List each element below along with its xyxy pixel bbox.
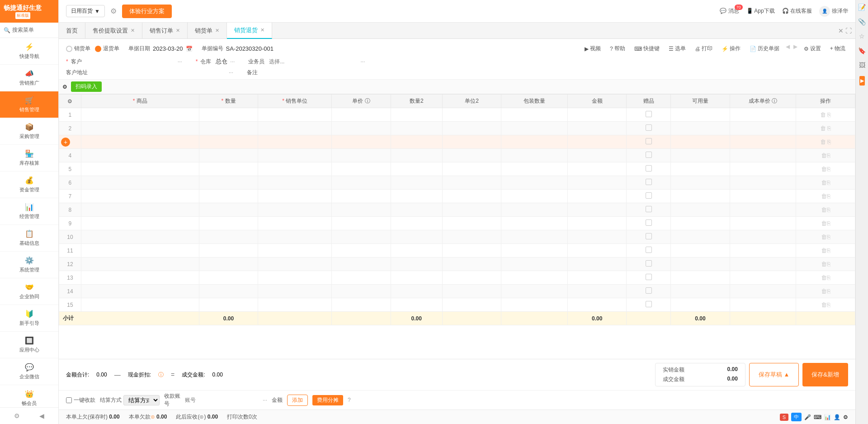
keyboard-icon2[interactable]: ⌨: [814, 414, 821, 420]
add-row-button[interactable]: +: [61, 138, 70, 147]
warehouse-value[interactable]: 总仓: [216, 57, 227, 66]
row-1-available[interactable]: [671, 108, 730, 122]
staff-picker-icon[interactable]: ···: [360, 58, 365, 65]
video-btn[interactable]: ▶ 视频: [582, 43, 604, 54]
row-3-unit-price[interactable]: [332, 135, 391, 149]
table-icon[interactable]: 📊: [824, 414, 831, 420]
rs-star-icon[interactable]: ☆: [859, 33, 865, 40]
column-settings-icon[interactable]: ⚙: [62, 84, 67, 90]
calendar-icon[interactable]: 📅: [186, 46, 193, 52]
delete-icon[interactable]: 🗑: [821, 206, 827, 213]
delete-icon[interactable]: 🗑: [821, 152, 827, 159]
rs-orange-icon[interactable]: ▶: [859, 76, 865, 86]
row-3-unit2[interactable]: [442, 135, 501, 149]
row-2-pack-qty[interactable]: [501, 122, 568, 135]
row-3-pack-qty[interactable]: [501, 135, 568, 149]
row-2-product[interactable]: [81, 122, 199, 135]
tab-sales-delivery-close[interactable]: ✕: [215, 28, 219, 33]
doc-debt-info[interactable]: ⊙: [151, 414, 155, 420]
copy-icon[interactable]: ⎘: [827, 193, 830, 200]
fee-help-icon[interactable]: ?: [348, 397, 351, 403]
row-1-pack-qty[interactable]: [501, 108, 568, 122]
delete-row-2-icon[interactable]: 🗑: [820, 125, 826, 132]
tab-sales-order[interactable]: 销售订单 ✕: [142, 23, 188, 39]
row-3-gift[interactable]: [627, 135, 671, 149]
copy-icon[interactable]: ⎘: [827, 166, 830, 172]
delete-icon[interactable]: 🗑: [821, 166, 827, 172]
delete-icon[interactable]: 🗑: [821, 274, 827, 281]
row-2-amount[interactable]: [568, 122, 627, 135]
add-payment-button[interactable]: 添加: [287, 395, 308, 406]
copy-icon[interactable]: ⎘: [827, 247, 830, 254]
rs-bookmark-icon[interactable]: 🔖: [858, 47, 866, 54]
cash-discount-info-icon[interactable]: ⓘ: [158, 371, 164, 379]
copy-icon[interactable]: ⎘: [827, 152, 830, 159]
copy-icon[interactable]: ⎘: [827, 301, 830, 308]
tab-sales-return-close[interactable]: ✕: [260, 27, 264, 33]
select-btn[interactable]: ☰ 选单: [666, 43, 689, 54]
copy-icon[interactable]: ⎘: [827, 179, 830, 186]
user-menu[interactable]: 👤 徐泽华: [819, 6, 848, 17]
industry-select[interactable]: 日用百货 ▼: [66, 5, 105, 17]
copy-icon[interactable]: ⎘: [827, 220, 830, 227]
search-menu[interactable]: 🔍 搜索菜单: [0, 23, 58, 38]
tab-sales-order-close[interactable]: ✕: [176, 28, 180, 33]
radio-sales[interactable]: 销货单: [66, 45, 90, 52]
account-dots-icon[interactable]: ···: [263, 397, 267, 403]
tab-price-setting[interactable]: 售价提取设置 ✕: [85, 23, 142, 39]
delete-row-3-icon[interactable]: 🗑: [820, 138, 826, 145]
copy-row-3-icon[interactable]: ⎘: [827, 138, 831, 145]
date-value[interactable]: 2023-03-20: [153, 45, 183, 52]
copy-icon[interactable]: ⎘: [827, 206, 830, 213]
col-settings[interactable]: ⚙: [59, 95, 81, 108]
row-3-product[interactable]: [81, 135, 199, 149]
tabs-close-all-icon[interactable]: ✕: [838, 27, 844, 34]
settings-icon[interactable]: ⚙: [14, 412, 20, 419]
online-service-button[interactable]: 🎧 在线客服: [782, 7, 812, 15]
row-1-qty[interactable]: [199, 108, 258, 122]
settings-icon2[interactable]: ⚙: [843, 414, 848, 420]
row-1-unit2[interactable]: [442, 108, 501, 122]
rs-notes-icon[interactable]: 📝: [858, 4, 866, 11]
row-1-product[interactable]: [81, 108, 199, 122]
one-key-payment-check[interactable]: 一键收款: [66, 396, 95, 404]
address-input[interactable]: [90, 68, 226, 76]
sidebar-item-shortcut[interactable]: ⚡ 快捷导航: [0, 38, 58, 65]
topbar-gear-icon[interactable]: ⚙: [110, 7, 117, 15]
gift-checkbox-2[interactable]: [646, 124, 652, 131]
sidebar-item-purchase[interactable]: 📦 采购管理: [0, 118, 58, 145]
sidebar-item-basic[interactable]: 📋 基础信息: [0, 225, 58, 252]
logistics-btn[interactable]: + 物流: [827, 43, 848, 54]
delete-icon[interactable]: 🗑: [821, 193, 827, 200]
sidebar-item-guide[interactable]: 🔰 新手引导: [0, 305, 58, 332]
try-industry-button[interactable]: 体验行业方案: [122, 5, 172, 18]
copy-row-2-icon[interactable]: ⎘: [827, 125, 831, 132]
save-new-button[interactable]: 保存&新增: [802, 363, 848, 386]
delete-icon[interactable]: 🗑: [821, 261, 827, 267]
rs-image-icon[interactable]: 🖼: [859, 62, 865, 69]
row-2-qty2[interactable]: [391, 122, 442, 135]
copy-row-1-icon[interactable]: ⎘: [827, 111, 831, 118]
app-download-button[interactable]: 📱 App下载: [746, 7, 775, 15]
delete-icon[interactable]: 🗑: [821, 247, 827, 254]
sidebar-item-system[interactable]: ⚙️ 系统管理: [0, 252, 58, 278]
row-1-unit-price[interactable]: [332, 108, 391, 122]
fee-split-button[interactable]: 费用分摊: [312, 395, 343, 405]
add-row-cell[interactable]: +: [59, 135, 81, 149]
row-1-qty2[interactable]: [391, 108, 442, 122]
row-1-sales-unit[interactable]: [258, 108, 332, 122]
customer-input[interactable]: [85, 57, 175, 66]
save-draft-button[interactable]: 保存草稿 ▲: [749, 363, 799, 386]
sidebar-item-member[interactable]: 👑 畅会员: [0, 385, 58, 407]
row-2-unit-price[interactable]: [332, 122, 391, 135]
history-btn[interactable]: 📄 历史单据: [747, 43, 782, 54]
warehouse-picker-icon[interactable]: ···: [230, 58, 235, 65]
copy-icon[interactable]: ⎘: [827, 233, 830, 240]
help-btn[interactable]: ? 帮助: [607, 43, 628, 54]
copy-icon[interactable]: ⎘: [827, 261, 830, 267]
tab-home[interactable]: 首页: [59, 23, 85, 39]
docno-value[interactable]: SA-20230320-001: [226, 45, 274, 52]
row-3-sales-unit[interactable]: [258, 135, 332, 149]
row-3-amount[interactable]: [568, 135, 627, 149]
row-2-unit2[interactable]: [442, 122, 501, 135]
